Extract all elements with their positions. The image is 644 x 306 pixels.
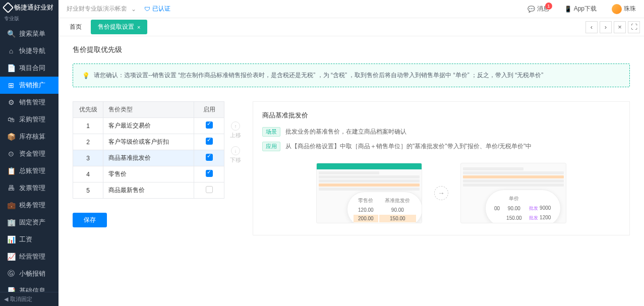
col-enable: 启用 [194,102,224,118]
arrow-right-icon: → [434,186,448,200]
fullscreen-button[interactable]: ⛶ [628,21,640,33]
verified-badge: 🛡 已认证 [144,5,170,13]
gear-icon: ⚙ [7,98,15,106]
cell-enable [194,166,224,182]
sidebar-item-label: 小畅报销 [19,269,45,278]
tab-next-button[interactable]: › [600,21,612,33]
sidebar-item-sales[interactable]: ⚙销售管理 [0,94,58,111]
cell-type: 客户最近交易价 [103,118,194,134]
sidebar: 畅捷通好业财 专业版 🔍搜索菜单 ⌂快捷导航 📄项目合同 ⊞营销推广 ⚙销售管理… [0,0,58,306]
user-menu[interactable]: 珠珠 [612,4,636,14]
sidebar-item-label: 资金管理 [19,149,45,158]
cell-type: 商品基准批发价 [103,150,194,166]
sidebar-item-purchase[interactable]: 🛍采购管理 [0,111,58,128]
chevron-down-icon: ⌄ [131,6,136,13]
tab-close-icon[interactable]: × [137,24,140,30]
sidebar-item-invoice[interactable]: 🖷发票管理 [0,179,58,197]
table-row[interactable]: 1 客户最近交易价 [73,118,224,134]
save-button[interactable]: 保存 [73,213,107,227]
sidebar-item-basic[interactable]: 📑基础信息 [0,282,58,292]
table-row[interactable]: 2 客户等级价或客户折扣 [73,134,224,150]
download-label: App下载 [574,5,597,13]
download-button[interactable]: 📱 App下载 [564,5,597,13]
messages-count: 1 [545,3,552,10]
bag-icon: 🛍 [7,115,15,124]
tabs-row: 首页 售价提取设置 × ‹ › × ⛶ [58,18,644,36]
logo-text: 畅捷通好业财 [14,3,53,12]
sidebar-item-quicknav[interactable]: ⌂快捷导航 [0,42,58,59]
printer-icon: 🖷 [7,184,15,192]
grid-icon: ⊞ [7,81,15,89]
checkbox-enabled[interactable] [206,154,213,161]
zoom-source: 零售价基准批发价 120.0090.00 200.00150.00 [347,192,422,223]
info-card: 商品基准批发价 场景 批发业务的基准售价，在建立商品档案时确认 应用 从【商品价… [253,101,630,235]
table-row[interactable]: 3 商品基准批发价 [73,150,224,166]
move-up-label: 上移 [230,132,241,139]
sidebar-footer-label: 取消固定 [10,295,32,303]
circle-icon: ⊙ [7,150,15,158]
sidebar-item-label: 发票管理 [19,183,45,193]
col-type: 售价类型 [103,102,194,118]
sidebar-item-marketing[interactable]: ⊞营销推广 [0,77,58,94]
cell-type: 客户等级价或客户折扣 [103,134,194,150]
cell-priority: 4 [73,166,103,182]
info-banner-text: 请您确认：选项设置--销售设置 “您在制作商品标准销售报价表时，是含税还是无税”… [94,71,543,80]
checkbox-disabled[interactable] [206,186,213,193]
apply-tag: 应用 [262,142,280,151]
chevron-left-icon: ◀ [4,296,8,302]
cell-enable [194,134,224,150]
home-icon: ⌂ [7,47,15,55]
sidebar-item-label: 项目合同 [19,64,45,73]
chat-icon: 💬 [528,6,535,13]
cell-enable [194,118,224,134]
tab-close-all-button[interactable]: × [614,21,626,33]
page-title: 售价提取优先级 [73,45,630,54]
phone-icon: 📱 [564,6,572,13]
sidebar-item-expense[interactable]: Ⓖ小畅报销 [0,265,58,282]
cell-type: 零售价 [103,166,194,182]
sidebar-unpin[interactable]: ◀ 取消固定 [0,292,58,306]
illustration-target-panel: 单价 0090.00批发 9000 150.00批发 1200 [460,163,566,223]
scene-tag: 场景 [262,127,280,137]
cell-type: 商品最新售价 [103,182,194,199]
sidebar-item-label: 快捷导航 [19,46,45,55]
page-content: 售价提取优先级 💡 请您确认：选项设置--销售设置 “您在制作商品标准销售报价表… [58,36,644,306]
sidebar-item-search[interactable]: 🔍搜索菜单 [0,25,58,42]
illustration: 零售价基准批发价 120.0090.00 200.00150.00 → [262,160,620,226]
move-down-button[interactable]: ↓ 下移 [228,146,243,164]
sidebar-item-salary[interactable]: 📊工资 [0,231,58,248]
sidebar-item-funds[interactable]: ⊙资金管理 [0,145,58,162]
col-priority: 优先级 [73,102,103,118]
tab-prev-button[interactable]: ‹ [586,21,598,33]
move-up-button[interactable]: ↑ 上移 [228,121,243,139]
tab-price-extract-settings[interactable]: 售价提取设置 × [91,20,147,34]
sidebar-item-label: 销售管理 [19,98,45,107]
checkbox-enabled[interactable] [206,138,213,145]
search-icon: 🔍 [7,30,15,38]
sidebar-item-tax[interactable]: 💼税务管理 [0,197,58,214]
trend-icon: 📈 [7,253,15,261]
table-row[interactable]: 4 零售价 [73,166,224,182]
building-icon: 🏢 [7,218,15,226]
sidebar-item-project[interactable]: 📄项目合同 [0,59,58,77]
tab-home[interactable]: 首页 [63,20,89,34]
checkbox-enabled[interactable] [206,121,213,129]
checkbox-enabled[interactable] [206,170,213,177]
sidebar-item-business[interactable]: 📈经营管理 [0,248,58,265]
folder-icon: 📑 [7,287,15,292]
sidebar-item-inventory[interactable]: 📦库存核算 [0,128,58,145]
illustration-source-panel: 零售价基准批发价 120.0090.00 200.00150.00 [316,163,422,223]
cell-enable [194,150,224,166]
avatar [612,4,622,14]
apply-text: 从【商品价格设置】中取［商品＋销售单位］的"基准批发价"带入到"报价、单价/无税… [285,142,532,151]
sidebar-item-assets[interactable]: 🏢固定资产 [0,214,58,231]
table-area: 优先级 售价类型 启用 1 客户最近交易价 [73,101,243,199]
bulb-icon: 💡 [82,72,90,79]
org-selector[interactable]: 好业财专业版演示帐套 ⌄ [67,5,136,13]
sidebar-item-ledger[interactable]: 📋总账管理 [0,162,58,179]
chart-icon: 📊 [7,235,15,243]
arrow-down-icon: ↓ [231,146,240,155]
messages-button[interactable]: 💬 消息 1 [528,5,549,13]
table-row[interactable]: 5 商品最新售价 [73,182,224,199]
sidebar-item-label: 营销推广 [19,81,45,90]
